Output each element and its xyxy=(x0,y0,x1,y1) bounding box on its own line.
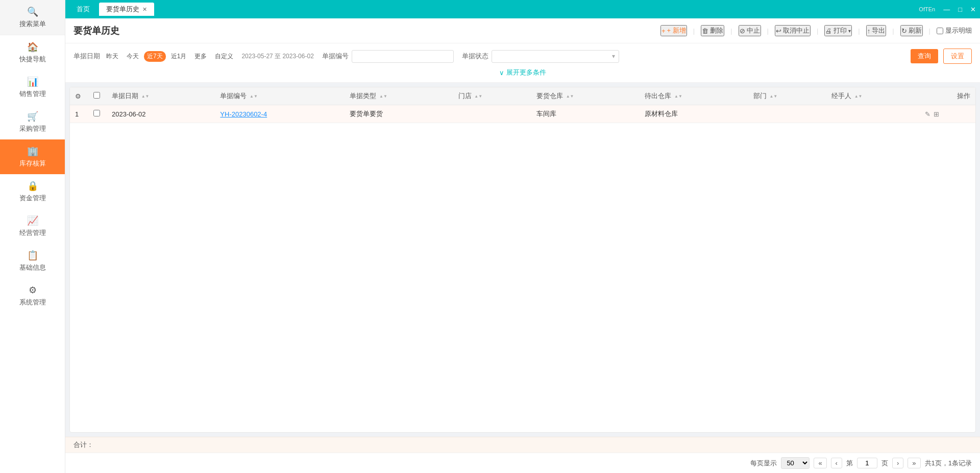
date-last7[interactable]: 近7天 xyxy=(144,51,166,62)
date-shortcuts: 昨天 今天 近7天 近1月 更多 自定义 xyxy=(103,51,236,62)
settings-button[interactable]: 设置 xyxy=(943,49,972,64)
minimize-btn[interactable]: — xyxy=(943,6,950,13)
toolbar: + + 新增 | 🗑 删除 | ⊘ 中止 | ↩ 取消中止 | xyxy=(660,25,972,36)
next-page-btn[interactable]: › xyxy=(892,458,903,468)
sidebar-item-search-menu[interactable]: 🔍 搜索菜单 xyxy=(0,0,65,35)
refresh-icon: ↻ xyxy=(901,27,907,35)
row-date: 2023-06-02 xyxy=(107,105,215,123)
action-icons: ✎ ⊞ xyxy=(925,110,970,118)
first-page-btn[interactable]: « xyxy=(814,458,826,468)
show-detail-checkbox[interactable] xyxy=(937,28,943,34)
th-number[interactable]: 单据编号 ▲▼ xyxy=(215,87,345,105)
expand-filter-btn[interactable]: ∨ 展开更多条件 xyxy=(499,68,546,77)
th-req-warehouse[interactable]: 要货仓库 ▲▼ xyxy=(531,87,640,105)
row-type: 要货单要货 xyxy=(345,105,453,123)
filter-buttons: 查询 设置 xyxy=(911,49,972,64)
sidebar-item-basics[interactable]: 📋 基础信息 xyxy=(0,244,65,278)
th-settings[interactable]: ⚙ xyxy=(70,87,88,105)
tab-bar: 首页 要货单历史 ✕ OfTEn — □ ✕ xyxy=(65,0,980,18)
main-area: 首页 要货单历史 ✕ OfTEn — □ ✕ 要货单历史 + + 新增 | 🗑 xyxy=(65,0,980,473)
delete-icon: 🗑 xyxy=(702,27,708,35)
th-store[interactable]: 门店 ▲▼ xyxy=(453,87,531,105)
query-button[interactable]: 查询 xyxy=(911,49,938,63)
print-chevron-icon: ▾ xyxy=(848,28,851,34)
date-more[interactable]: 更多 xyxy=(191,51,210,62)
filter-bar: 单据日期 昨天 今天 近7天 近1月 更多 自定义 2023-05-27 至 2… xyxy=(65,43,980,83)
page-label: 第 xyxy=(846,459,853,468)
expand-chevron-icon: ∨ xyxy=(499,69,504,77)
settings-icon[interactable]: ⚙ xyxy=(75,92,81,100)
prev-page-btn[interactable]: ‹ xyxy=(831,458,842,468)
doc-number-input[interactable] xyxy=(352,50,454,63)
row-detail-icon[interactable]: ⊞ xyxy=(934,110,939,118)
sidebar-item-sales[interactable]: 📊 销售管理 xyxy=(0,70,65,105)
sidebar-item-system[interactable]: ⚙ 系统管理 xyxy=(0,278,65,313)
sidebar-item-operations[interactable]: 📈 经营管理 xyxy=(0,209,65,244)
row-department xyxy=(748,105,826,123)
basics-icon: 📋 xyxy=(27,250,38,261)
row-store xyxy=(453,105,531,123)
footer-bar: 合计： xyxy=(65,437,980,453)
window-close-btn[interactable]: ✕ xyxy=(970,6,976,13)
th-type[interactable]: 单据类型 ▲▼ xyxy=(345,87,453,105)
status-label: 单据状态 xyxy=(462,52,488,61)
th-department[interactable]: 部门 ▲▼ xyxy=(748,87,826,105)
print-button[interactable]: 🖨 打印 ▾ xyxy=(824,25,852,36)
maximize-btn[interactable]: □ xyxy=(958,6,962,13)
row-select-checkbox[interactable] xyxy=(93,110,100,116)
th-checkbox[interactable] xyxy=(88,87,107,105)
table-row: 1 2023-06-02 YH-20230602-4 要货单要货 车间库 原材料… xyxy=(70,105,975,123)
per-page-label: 每页显示 xyxy=(750,459,777,468)
sidebar-item-quick-nav[interactable]: 🏠 快捷导航 xyxy=(0,35,65,70)
cancel-stop-button[interactable]: ↩ 取消中止 xyxy=(775,25,811,36)
sales-icon: 📊 xyxy=(27,76,38,87)
page-number-input[interactable] xyxy=(857,458,877,468)
doc-number-filter-group: 单据编号 xyxy=(322,50,454,63)
date-yesterday[interactable]: 昨天 xyxy=(103,51,121,62)
date-last1m[interactable]: 近1月 xyxy=(168,51,190,62)
date-range-display: 2023-05-27 至 2023-06-02 xyxy=(241,52,313,61)
tab-requisition-history[interactable]: 要货单历史 ✕ xyxy=(99,3,154,16)
search-menu-icon: 🔍 xyxy=(27,6,38,17)
sidebar-item-inventory[interactable]: 🏢 库存核算 xyxy=(0,139,65,174)
th-date[interactable]: 单据日期 ▲▼ xyxy=(107,87,215,105)
sort-date-icon: ▲▼ xyxy=(141,94,150,99)
content-area: 要货单历史 + + 新增 | 🗑 删除 | ⊘ 中止 | ↩ xyxy=(65,18,980,473)
sidebar-item-finance[interactable]: 🔒 资金管理 xyxy=(0,174,65,209)
refresh-button[interactable]: ↻ 刷新 xyxy=(900,25,923,36)
date-custom[interactable]: 自定义 xyxy=(212,51,236,62)
row-number[interactable]: YH-20230602-4 xyxy=(215,105,345,123)
stop-button[interactable]: ⊘ 中止 xyxy=(739,25,761,36)
sort-handler-icon: ▲▼ xyxy=(854,94,863,99)
sort-type-icon: ▲▼ xyxy=(379,94,387,99)
row-pending-warehouse: 原材料仓库 xyxy=(640,105,748,123)
window-controls: OfTEn — □ ✕ xyxy=(919,6,976,13)
export-button[interactable]: ↑ 导出 xyxy=(866,25,887,36)
show-detail-toggle[interactable]: 显示明细 xyxy=(937,26,972,35)
new-button[interactable]: + + 新增 xyxy=(660,25,687,36)
inventory-icon: 🏢 xyxy=(27,146,38,157)
sidebar-item-purchase[interactable]: 🛒 采购管理 xyxy=(0,105,65,139)
last-page-btn[interactable]: » xyxy=(908,458,920,468)
row-edit-icon[interactable]: ✎ xyxy=(925,110,930,118)
status-input[interactable] xyxy=(492,50,619,63)
th-pending-warehouse[interactable]: 待出仓库 ▲▼ xyxy=(640,87,748,105)
th-action: 操作 xyxy=(920,87,975,105)
tab-home[interactable]: 首页 xyxy=(69,3,97,16)
select-all-checkbox[interactable] xyxy=(93,92,100,99)
sort-req-warehouse-icon: ▲▼ xyxy=(566,94,574,99)
total-label: 合计： xyxy=(74,441,93,448)
data-table: ⚙ 单据日期 ▲▼ 单据编号 ▲▼ xyxy=(70,87,975,123)
date-today[interactable]: 今天 xyxy=(124,51,142,62)
row-req-warehouse: 车间库 xyxy=(531,105,640,123)
row-handler xyxy=(826,105,920,123)
per-page-select[interactable]: 50 10 20 100 xyxy=(781,457,810,469)
tab-close-icon[interactable]: ✕ xyxy=(142,6,147,13)
pagination-bar: 每页显示 50 10 20 100 « ‹ 第 页 › » 共1页，1条记录 xyxy=(65,453,980,473)
th-handler[interactable]: 经手人 ▲▼ xyxy=(826,87,920,105)
page-header: 要货单历史 + + 新增 | 🗑 删除 | ⊘ 中止 | ↩ xyxy=(65,18,980,43)
row-checkbox[interactable] xyxy=(88,105,107,123)
delete-button[interactable]: 🗑 删除 xyxy=(701,25,724,36)
sort-department-icon: ▲▼ xyxy=(769,94,777,99)
plus-icon: + xyxy=(662,27,666,35)
